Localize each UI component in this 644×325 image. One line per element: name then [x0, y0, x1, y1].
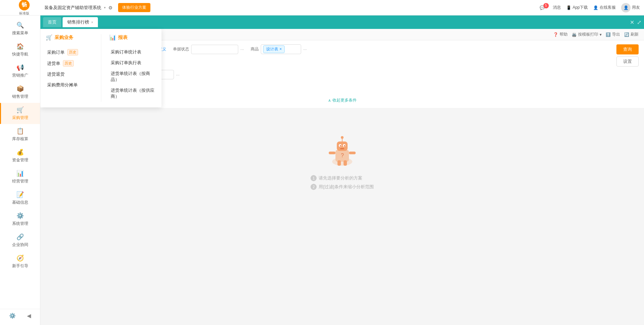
package-icon: 📦 — [16, 85, 24, 92]
sidebar-item-inventory[interactable]: 📋 库存核算 — [0, 124, 40, 145]
tip-1-text: 请先选择要分析的方案 — [319, 175, 362, 181]
settings-btn[interactable]: 设置 — [616, 56, 639, 67]
svg-point-13 — [341, 136, 344, 139]
print-label: 按模板打印 — [578, 32, 598, 37]
empty-tips: 1 请先选择要分析的方案 2 用[过滤]条件来缩小分析范围 — [311, 175, 373, 190]
svg-point-5 — [340, 145, 341, 147]
tab-home[interactable]: 首页 — [43, 17, 61, 27]
purchase-order-detail-item[interactable]: 采购订单执行表 — [109, 57, 156, 68]
sidebar-item-operation[interactable]: 📊 经营管理 — [0, 166, 40, 188]
online-service-item[interactable]: 👤 在线客服 — [593, 5, 616, 10]
help-btn[interactable]: ❓ 帮助 — [553, 32, 568, 37]
stock-in-by-goods-label: 进货单统计表（按商品） — [111, 71, 155, 83]
sidebar-item-purchase[interactable]: 🛒 采购管理 — [0, 103, 40, 124]
sidebar-item-enterprise[interactable]: 🔗 企业协同 — [0, 230, 40, 251]
tab-expand-icon[interactable]: ⤢ — [637, 19, 641, 26]
refresh-btn[interactable]: 🔄 刷新 — [624, 32, 639, 37]
purchase-expense-item[interactable]: 采购费用分摊单 — [46, 80, 93, 90]
stock-in-by-supplier-item[interactable]: 进货单统计表（按供应商） — [109, 85, 156, 102]
purchase-order-item[interactable]: 采购订单 历史 — [46, 47, 93, 58]
print-dropdown-icon[interactable]: ▾ — [600, 32, 602, 37]
collapse-sidebar-icon[interactable]: ◀ — [27, 313, 31, 319]
system-title-dropdown-icon[interactable]: ▾ — [104, 6, 106, 9]
sidebar-item-sales[interactable]: 📦 销售管理 — [0, 82, 40, 103]
purchase-order-summary-item[interactable]: 采购订单统计表 — [109, 47, 156, 57]
doc-status-select[interactable] — [191, 45, 238, 54]
home-icon: 🏠 — [16, 43, 24, 50]
sidebar-item-quick-nav-label: 快捷导航 — [12, 51, 28, 57]
sidebar-item-search[interactable]: 🔍 搜索菜单 — [0, 18, 40, 39]
content-area: 首页 销售排行榜 × ✕ ⤢ 🛒 采购业务 采购订单 — [40, 15, 644, 325]
sidebar-item-newbie[interactable]: 🧭 新手引导 — [0, 251, 40, 272]
tip-num-2: 2 — [311, 184, 317, 190]
tab-close-icon[interactable]: × — [91, 21, 93, 24]
sidebar-item-purchase-label: 采购管理 — [12, 115, 28, 121]
logo-area: 畅 标准版 — [4, 0, 44, 16]
industry-btn[interactable]: 体验行业方案 — [118, 3, 150, 12]
bottom-settings-icon[interactable]: ⚙️ — [9, 313, 16, 319]
empty-tip-2: 2 用[过滤]条件来缩小分析范围 — [311, 184, 373, 190]
stock-in-item[interactable]: 进货单 历史 — [46, 58, 93, 69]
salesperson-more-icon[interactable]: ··· — [176, 72, 180, 77]
header-right: 💬 5 消息 📱 App下载 👤 在线客服 👤 用友 — [540, 3, 640, 12]
app-download-item[interactable]: 📱 App下载 — [566, 5, 588, 10]
online-service-label: 在线客服 — [600, 5, 616, 10]
print-btn[interactable]: 🖨️ 按模板打印 ▾ — [572, 32, 602, 37]
system-title-text: 装备及固定资产辅助管理系统 — [44, 5, 101, 11]
system-settings-icon[interactable]: ⚙ — [108, 5, 113, 10]
help-icon: ❓ — [553, 32, 558, 37]
user-item[interactable]: 👤 用友 — [621, 3, 640, 12]
purchase-col-icon: 🛒 — [46, 34, 52, 41]
refresh-label: 刷新 — [631, 32, 639, 37]
sidebar-item-system[interactable]: ⚙️ 系统管理 — [0, 209, 40, 230]
main-layout: 🔍 搜索菜单 🏠 快捷导航 📢 营销推广 📦 销售管理 🛒 采购管理 📋 库存核… — [0, 15, 644, 325]
clipboard-icon: 📋 — [16, 127, 24, 135]
sidebar-item-marketing[interactable]: 📢 营销推广 — [0, 60, 40, 82]
tip-2-text: 用[过滤]条件来缩小分析范围 — [319, 184, 373, 190]
goods-label: 商品 — [251, 46, 259, 52]
stock-in-history-badge[interactable]: 历史 — [63, 60, 74, 67]
sidebar-item-basic-info[interactable]: 📝 基础信息 — [0, 188, 40, 209]
goods-tag: 设计表 × — [263, 45, 285, 53]
query-btn[interactable]: 查询 — [616, 44, 639, 54]
report-col-icon: 📊 — [109, 34, 116, 41]
cart-icon: 🛒 — [16, 106, 24, 114]
tab-bar: 首页 销售排行榜 × ✕ ⤢ 🛒 采购业务 采购订单 — [40, 15, 644, 29]
tab-home-label: 首页 — [48, 19, 57, 25]
avatar: 👤 — [621, 3, 631, 12]
report-col-title: 📊 报表 — [109, 34, 156, 43]
return-goods-item[interactable]: 进货退货 — [46, 69, 93, 80]
tip-num-1: 1 — [311, 175, 317, 181]
dropdown-separator — [101, 34, 101, 102]
tab-sales-ranking-label: 销售排行榜 — [67, 19, 89, 25]
svg-rect-10 — [337, 160, 341, 166]
purchase-col-title-text: 采购业务 — [55, 35, 73, 41]
sidebar-item-search-label: 搜索菜单 — [12, 30, 28, 36]
goods-more-icon[interactable]: ··· — [303, 47, 307, 52]
svg-rect-11 — [344, 160, 347, 166]
stock-in-by-goods-item[interactable]: 进货单统计表（按商品） — [109, 68, 156, 85]
doc-status-more-icon[interactable]: ··· — [240, 47, 244, 52]
help-label: 帮助 — [560, 32, 568, 37]
sidebar-item-finance[interactable]: 💰 资金管理 — [0, 145, 40, 166]
sidebar-item-quick-nav[interactable]: 🏠 快捷导航 — [0, 39, 40, 60]
message-label: 消息 — [553, 5, 561, 10]
tab-close-all-icon[interactable]: ✕ — [630, 19, 634, 26]
report-col-title-text: 报表 — [118, 35, 128, 41]
message-item[interactable]: 💬 5 消息 — [540, 5, 561, 10]
sidebar-item-system-label: 系统管理 — [12, 221, 28, 227]
export-icon: ⬆️ — [606, 32, 611, 37]
sidebar-item-basic-info-label: 基础信息 — [12, 200, 28, 205]
top-header: 畅 标准版 装备及固定资产辅助管理系统 ▾ ⚙ 体验行业方案 💬 5 消息 📱 … — [0, 0, 644, 15]
export-btn[interactable]: ⬆️ 导出 — [606, 32, 620, 37]
tab-sales-ranking[interactable]: 销售排行榜 × — [63, 17, 98, 27]
svg-rect-9 — [349, 152, 356, 154]
collapse-filter-btn[interactable]: ∧ 收起更多条件 — [328, 97, 357, 103]
purchase-dropdown-menu: 🛒 采购业务 采购订单 历史 进货单 历史 进货退货 — [40, 29, 162, 107]
sidebar-item-inventory-label: 库存核算 — [12, 136, 28, 142]
tab-bar-right: ✕ ⤢ — [630, 19, 641, 26]
purchase-order-history-badge[interactable]: 历史 — [67, 49, 78, 55]
goods-tag-text: 设计表 × — [266, 46, 282, 52]
refresh-icon: 🔄 — [624, 32, 629, 37]
empty-illustration: ? — [322, 135, 362, 168]
